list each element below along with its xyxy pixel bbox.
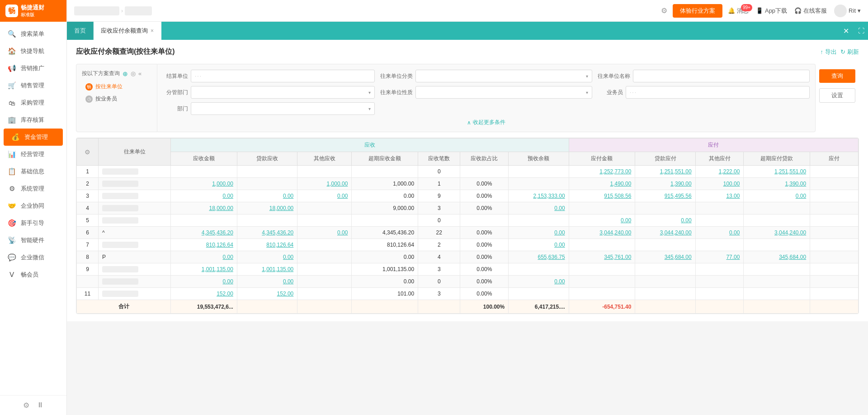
table-cell[interactable]: 1,490.00 bbox=[569, 178, 635, 190]
table-cell[interactable]: 18,000.00 bbox=[171, 202, 237, 215]
table-cell[interactable]: 1,251,551.00 bbox=[635, 166, 695, 178]
filter-collapse-btn[interactable]: ∧ 收起更多条件 bbox=[163, 119, 810, 126]
table-cell[interactable]: 3,044,240.00 bbox=[744, 227, 810, 239]
table-cell[interactable]: 345,684.00 bbox=[635, 251, 695, 263]
settings-button[interactable]: 设置 bbox=[819, 88, 855, 103]
table-cell[interactable]: 1,390.00 bbox=[635, 178, 695, 190]
table-cell[interactable]: 1,252,773.00 bbox=[569, 166, 635, 178]
sidebar-label-search: 搜索菜单 bbox=[21, 30, 44, 38]
export-button[interactable]: ↑ 导出 bbox=[821, 48, 837, 56]
table-cell[interactable]: 100.00 bbox=[695, 178, 744, 190]
tab-home[interactable]: 首页 bbox=[67, 22, 94, 40]
table-cell[interactable]: 0.00 bbox=[237, 276, 297, 288]
sidebar-item-sales[interactable]: 🛒 销售管理 bbox=[0, 77, 66, 94]
table-cell[interactable]: 655,636.75 bbox=[509, 251, 569, 263]
sidebar-item-base-info[interactable]: 📋 基础信息 bbox=[0, 163, 66, 180]
table-gear-header[interactable]: ⚙ bbox=[77, 138, 99, 166]
query-button[interactable]: 查询 bbox=[819, 69, 855, 83]
add-scheme-btn[interactable]: ⊕ bbox=[123, 70, 128, 77]
app-download-btn[interactable]: 📱 App下载 bbox=[756, 7, 787, 15]
tab-bar-expand-btn[interactable]: ⛶ bbox=[854, 27, 868, 34]
col-ar-group-header: 应收 bbox=[171, 138, 569, 152]
sidebar-item-marketing[interactable]: 📢 营销推广 bbox=[0, 60, 66, 77]
unit-category-input[interactable]: ▾ bbox=[415, 70, 592, 82]
dept-input[interactable]: ▾ bbox=[191, 102, 375, 115]
tab-close-icon[interactable]: × bbox=[151, 28, 154, 34]
sidebar-item-purchase[interactable]: 🛍 采购管理 bbox=[0, 94, 66, 111]
sidebar-item-wechat[interactable]: 💬 企业微信 bbox=[0, 249, 66, 266]
table-cell[interactable]: 0.00 bbox=[171, 251, 237, 263]
table-cell: 0.00% bbox=[460, 227, 509, 239]
table-cell[interactable]: 915,495.56 bbox=[635, 190, 695, 202]
table-cell[interactable]: 1,390.00 bbox=[744, 178, 810, 190]
settle-unit-input[interactable]: ··· bbox=[191, 70, 375, 82]
table-cell[interactable]: 4,345,436.20 bbox=[237, 227, 297, 239]
table-cell[interactable]: 0.00 bbox=[635, 215, 695, 227]
table-settings-icon[interactable]: ⚙ bbox=[85, 148, 90, 156]
table-cell[interactable]: 0.00 bbox=[171, 276, 237, 288]
tab-ar-ap[interactable]: 应收应付余额查询 × bbox=[94, 22, 161, 40]
table-cell[interactable]: 0.00 bbox=[744, 190, 810, 202]
table-cell[interactable]: 0.00 bbox=[509, 202, 569, 215]
table-cell[interactable]: 1,001,135.00 bbox=[237, 263, 297, 276]
table-cell[interactable]: 2,153,333.00 bbox=[509, 190, 569, 202]
table-cell[interactable]: 13.00 bbox=[695, 190, 744, 202]
tab-bar-close-btn[interactable]: ✕ bbox=[838, 27, 854, 35]
sidebar-item-operations[interactable]: 📊 经营管理 bbox=[0, 146, 66, 163]
table-cell[interactable]: 0.00 bbox=[569, 215, 635, 227]
table-cell[interactable]: 915,508.56 bbox=[569, 190, 635, 202]
table-cell[interactable]: 4,345,436.20 bbox=[171, 227, 237, 239]
refresh-button[interactable]: ↻ 刷新 bbox=[840, 48, 859, 56]
table-cell[interactable]: 345,761.00 bbox=[569, 251, 635, 263]
table-cell[interactable]: 3,044,240.00 bbox=[569, 227, 635, 239]
sidebar-item-enterprise[interactable]: 🤝 企业协同 bbox=[0, 197, 66, 215]
table-cell[interactable]: 0.00 bbox=[297, 227, 352, 239]
sidebar-item-quick-nav[interactable]: 🏠 快捷导航 bbox=[0, 43, 66, 60]
col-ap-group-header: 应付 bbox=[569, 138, 858, 152]
table-cell[interactable]: 1,001,135.00 bbox=[171, 263, 237, 276]
table-cell[interactable]: 0.00 bbox=[297, 190, 352, 202]
table-cell[interactable]: 152.00 bbox=[171, 288, 237, 300]
table-cell[interactable]: 152.00 bbox=[237, 288, 297, 300]
cta-button[interactable]: 体验行业方案 bbox=[673, 4, 722, 18]
notify-button[interactable]: 🔔 消息 99+ bbox=[728, 7, 749, 15]
table-cell[interactable]: 1,222.00 bbox=[695, 166, 744, 178]
table-cell[interactable]: 0.00 bbox=[237, 251, 297, 263]
sidebar-collapse-btn[interactable]: ⏸ bbox=[37, 401, 44, 410]
sidebar-item-member[interactable]: Ⅴ 畅会员 bbox=[0, 266, 66, 283]
user-menu[interactable]: Rit ▾ bbox=[834, 5, 861, 17]
unit-nature-input[interactable]: ▾ bbox=[415, 86, 592, 99]
table-cell[interactable]: 345,684.00 bbox=[744, 251, 810, 263]
sidebar-settings-btn[interactable]: ⚙ bbox=[23, 401, 29, 410]
table-cell[interactable]: 810,126.64 bbox=[237, 239, 297, 251]
staff-input[interactable]: ··· bbox=[626, 86, 810, 99]
more-scheme-btn[interactable]: « bbox=[138, 70, 142, 77]
edit-scheme-btn[interactable]: ◎ bbox=[131, 70, 136, 77]
dept-manage-input[interactable]: ▾ bbox=[191, 86, 375, 99]
table-cell[interactable]: 0.00 bbox=[171, 190, 237, 202]
table-cell[interactable]: 1,000.00 bbox=[297, 178, 352, 190]
scheme-by-unit[interactable]: 畅 按往来单位 bbox=[82, 81, 151, 92]
table-cell[interactable]: 810,126.64 bbox=[171, 239, 237, 251]
table-cell[interactable]: 3,044,240.00 bbox=[635, 227, 695, 239]
table-cell[interactable]: 0.00 bbox=[509, 276, 569, 288]
sidebar-label-finance: 资金管理 bbox=[24, 133, 48, 141]
table-cell[interactable]: 1,251,551.00 bbox=[744, 166, 810, 178]
table-cell[interactable]: 77.00 bbox=[695, 251, 744, 263]
table-cell[interactable]: 1,000.00 bbox=[171, 178, 237, 190]
sidebar-item-hardware[interactable]: 📡 智能硬件 bbox=[0, 232, 66, 249]
sidebar-item-beginner[interactable]: 🎯 新手引导 bbox=[0, 215, 66, 232]
unit-name-input[interactable] bbox=[633, 70, 810, 82]
sidebar-item-inventory[interactable]: 🏢 库存核算 bbox=[0, 111, 66, 129]
table-cell[interactable]: 18,000.00 bbox=[237, 202, 297, 215]
table-cell[interactable]: 0.00 bbox=[509, 227, 569, 239]
sidebar-item-search[interactable]: 🔍 搜索菜单 bbox=[0, 25, 66, 43]
online-support-btn[interactable]: 🎧 在线客服 bbox=[794, 7, 827, 15]
gear-icon[interactable]: ⚙ bbox=[661, 6, 667, 15]
table-cell[interactable]: 0.00 bbox=[237, 190, 297, 202]
table-cell[interactable]: 0.00 bbox=[695, 227, 744, 239]
scheme-by-staff[interactable]: ◷ 按业务员 bbox=[82, 93, 151, 105]
sidebar-item-finance[interactable]: 💰 资金管理 bbox=[4, 129, 63, 146]
table-cell[interactable]: 0.00 bbox=[509, 239, 569, 251]
sidebar-item-system[interactable]: ⚙ 系统管理 bbox=[0, 180, 66, 197]
